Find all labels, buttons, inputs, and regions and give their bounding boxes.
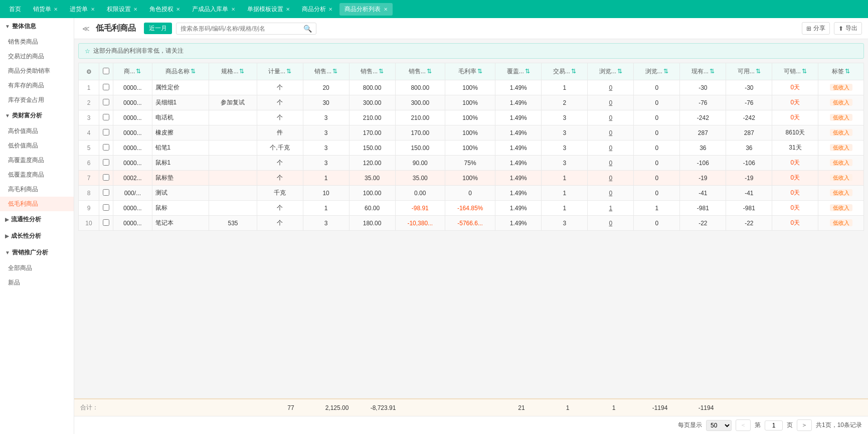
th-unit[interactable]: 计量...⇅	[257, 63, 303, 80]
nav-perm[interactable]: 权限设置 ✕	[102, 3, 142, 16]
cell-checkbox[interactable]	[99, 140, 113, 156]
row-checkbox[interactable]	[103, 204, 109, 211]
browse1-link[interactable]: 0	[609, 129, 612, 136]
search-input[interactable]	[181, 25, 303, 32]
row-checkbox[interactable]	[103, 144, 109, 151]
cell-browse1[interactable]: 1	[588, 201, 634, 216]
next-page-btn[interactable]: ＞	[797, 419, 812, 431]
browse1-link[interactable]: 0	[609, 114, 612, 121]
sidebar-item-capital[interactable]: 库存资金占用	[0, 93, 74, 107]
export-button[interactable]: ⬆ 导出	[834, 22, 862, 35]
th-spec[interactable]: 规格...⇅	[209, 63, 257, 80]
cell-checkbox[interactable]	[99, 80, 113, 95]
th-code[interactable]: 商...⇅	[113, 63, 152, 80]
row-checkbox[interactable]	[103, 219, 109, 226]
cell-checkbox[interactable]	[99, 171, 113, 186]
row-checkbox[interactable]	[103, 99, 109, 105]
page-number-input[interactable]	[765, 420, 783, 430]
nav-product-entry[interactable]: 产成品入库单 ✕	[187, 3, 240, 16]
browse1-link[interactable]: 0	[609, 190, 612, 197]
sidebar-item-sales-goods[interactable]: 销售类商品	[0, 35, 74, 49]
cell-browse1[interactable]: 0	[588, 171, 634, 186]
cell-browse1[interactable]: 0	[588, 216, 634, 231]
cell-browse1[interactable]: 0	[588, 156, 634, 171]
th-saleable[interactable]: 可销...⇅	[772, 63, 818, 80]
sidebar-item-in-stock[interactable]: 有库存的商品	[0, 78, 74, 93]
cell-browse1[interactable]: 0	[588, 186, 634, 201]
cell-checkbox[interactable]	[99, 156, 113, 171]
period-button[interactable]: 近一月	[144, 23, 172, 34]
nav-close-role[interactable]: ✕	[176, 7, 180, 12]
sidebar-item-high-value[interactable]: 高价值商品	[0, 124, 74, 138]
th-tag[interactable]: 标签⇅	[818, 63, 864, 80]
th-sale-count[interactable]: 销售...⇅	[303, 63, 349, 80]
nav-purchase[interactable]: 进货单 ✕	[65, 3, 99, 16]
th-browse1[interactable]: 浏览...⇅	[588, 63, 634, 80]
th-current-stock[interactable]: 现有...⇅	[680, 63, 726, 80]
nav-close-purchase[interactable]: ✕	[91, 7, 95, 12]
cell-browse1[interactable]: 0	[588, 110, 634, 125]
nav-close-goods-analysis-list[interactable]: ✕	[384, 7, 388, 12]
cell-checkbox[interactable]	[99, 201, 113, 216]
browse1-link[interactable]: 1	[609, 205, 612, 212]
browse1-link[interactable]: 0	[609, 160, 612, 167]
sidebar-item-traded-goods[interactable]: 交易过的商品	[0, 49, 74, 64]
sidebar-item-high-coverage[interactable]: 高覆盖度商品	[0, 153, 74, 168]
th-sale-price[interactable]: 销售...⇅	[349, 63, 395, 80]
th-coverage[interactable]: 覆盖...⇅	[495, 63, 542, 80]
cell-checkbox[interactable]	[99, 216, 113, 231]
sidebar-section-circulation[interactable]: ▶ 流通性分析	[0, 211, 74, 228]
th-trade-count[interactable]: 交易...⇅	[542, 63, 588, 80]
nav-goods-analysis-list[interactable]: 商品分析列表 ✕	[339, 3, 392, 16]
cell-browse1[interactable]: 0	[588, 125, 634, 140]
sidebar-section-marketing[interactable]: ▼ 营销推广分析	[0, 244, 74, 261]
prev-page-btn[interactable]: ＜	[736, 419, 751, 431]
select-all-checkbox[interactable]	[103, 68, 109, 74]
sidebar-item-low-value[interactable]: 低价值商品	[0, 138, 74, 153]
th-checkbox[interactable]	[99, 63, 113, 80]
browse1-link[interactable]: 0	[609, 84, 612, 91]
page-size-select[interactable]: 50 100	[706, 420, 732, 431]
share-button[interactable]: ⊞ 分享	[802, 22, 830, 35]
cell-checkbox[interactable]	[99, 95, 113, 110]
cell-browse1[interactable]: 0	[588, 140, 634, 156]
sidebar-item-high-margin[interactable]: 高毛利商品	[0, 182, 74, 197]
row-checkbox[interactable]	[103, 174, 109, 181]
sidebar-section-growth[interactable]: ▶ 成长性分析	[0, 228, 74, 244]
nav-goods-analysis[interactable]: 商品分析 ✕	[297, 3, 337, 16]
browse1-link[interactable]: 0	[609, 220, 612, 227]
nav-template[interactable]: 单据模板设置 ✕	[242, 3, 295, 16]
nav-close-product-entry[interactable]: ✕	[231, 7, 235, 12]
cell-checkbox[interactable]	[99, 125, 113, 140]
nav-role[interactable]: 角色授权 ✕	[144, 3, 185, 16]
sidebar-item-all-goods[interactable]: 全部商品	[0, 261, 74, 275]
sidebar-section-wealth[interactable]: ▼ 类财富分析	[0, 107, 74, 124]
sidebar-item-category-rate[interactable]: 商品分类助销率	[0, 64, 74, 78]
nav-sales[interactable]: 销货单 ✕	[28, 3, 63, 16]
sidebar-item-low-margin[interactable]: 低毛利商品	[0, 197, 74, 211]
cell-browse1[interactable]: 0	[588, 80, 634, 95]
browse1-link[interactable]: 0	[609, 99, 612, 106]
row-checkbox[interactable]	[103, 114, 109, 120]
sidebar-collapse-btn[interactable]: ≪	[80, 25, 92, 33]
th-browse2[interactable]: 浏览...⇅	[634, 63, 680, 80]
row-checkbox[interactable]	[103, 84, 109, 90]
sidebar-section-overall[interactable]: ▼ 整体信息	[0, 18, 74, 35]
nav-close-perm[interactable]: ✕	[133, 7, 137, 12]
nav-home[interactable]: 首页	[4, 3, 26, 16]
browse1-link[interactable]: 0	[609, 144, 612, 152]
nav-close-template[interactable]: ✕	[286, 7, 290, 12]
sidebar-item-low-coverage[interactable]: 低覆盖度商品	[0, 168, 74, 182]
th-name[interactable]: 商品名称⇅	[152, 63, 209, 80]
cell-browse1[interactable]: 0	[588, 95, 634, 110]
th-available[interactable]: 可用...⇅	[726, 63, 772, 80]
nav-close-goods-analysis[interactable]: ✕	[328, 7, 332, 12]
browse1-link[interactable]: 0	[609, 175, 612, 182]
sidebar-item-new-goods[interactable]: 新品	[0, 275, 74, 290]
th-gross-margin[interactable]: 毛利率⇅	[445, 63, 495, 80]
row-checkbox[interactable]	[103, 189, 109, 196]
cell-checkbox[interactable]	[99, 186, 113, 201]
row-checkbox[interactable]	[103, 129, 109, 135]
th-gear[interactable]: ⚙	[79, 63, 99, 80]
nav-close-sales[interactable]: ✕	[54, 7, 58, 12]
